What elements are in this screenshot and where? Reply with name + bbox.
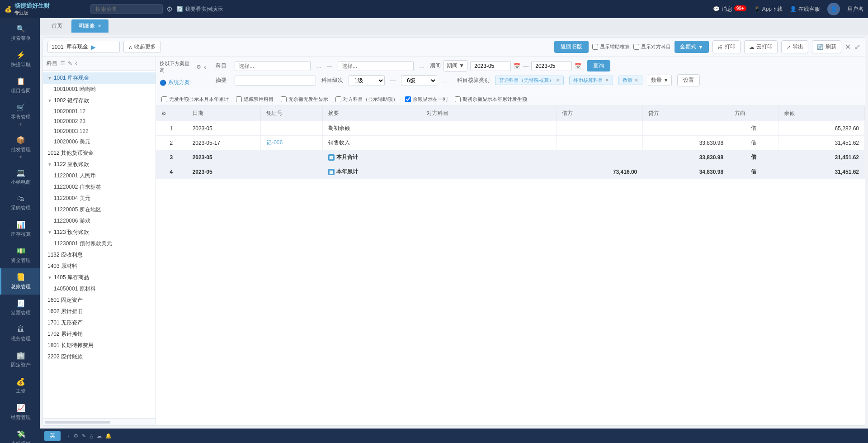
tree-item-1403[interactable]: 1403 原材料 <box>43 261 156 272</box>
cloud-print-btn[interactable]: ☁ 云打印 <box>744 40 778 53</box>
sidebar-item-wholesale[interactable]: 📦 批发管理 ▼ <box>0 131 40 164</box>
bell-icon[interactable]: 🔔 <box>105 433 112 439</box>
tree-item-1801[interactable]: 1801 长期待摊费用 <box>43 340 156 351</box>
tree-item-1132[interactable]: 1132 应收利息 <box>43 249 156 261</box>
tree-item-1405[interactable]: ▼ 1405 库存商品 <box>43 272 156 283</box>
sidebar-item-expense[interactable]: 💸 小畅报销 <box>0 425 40 443</box>
print-btn[interactable]: 🖨 打印 <box>712 40 741 53</box>
tree-item-11220006[interactable]: 11220006 游戏 <box>43 215 156 227</box>
query-btn[interactable]: 查询 <box>587 60 610 71</box>
tree-scrollbar[interactable] <box>43 418 156 425</box>
tree-item-1012[interactable]: 1012 其他货币资金 <box>43 148 156 159</box>
show-contra-checkbox[interactable] <box>633 44 639 50</box>
level-end-select[interactable]: 6级1级2级3级 <box>401 75 437 86</box>
tree-item-10010001[interactable]: 10010001 哟哟哟 <box>43 84 156 95</box>
tree-item-11220001[interactable]: 11220001 人民币 <box>43 170 156 181</box>
tag-remove-normal[interactable]: ✕ <box>556 77 560 83</box>
period-mode-dropdown[interactable]: 期间 ▼ <box>443 60 467 71</box>
tree-item-14050001[interactable]: 14050001 原材料 <box>43 283 156 295</box>
message-btn[interactable]: 💬 消息 99+ <box>713 5 746 13</box>
return-old-btn[interactable]: 返回旧版 <box>554 41 589 53</box>
level-start-select[interactable]: 1级2级3级4级5级6级 <box>349 75 385 86</box>
show-aux-check[interactable]: 显示辅助核算 <box>592 43 630 50</box>
user-avatar[interactable]: 👤 <box>827 3 840 15</box>
tree-item-1122[interactable]: ▼ 1122 应收账款 <box>43 159 156 170</box>
scheme-settings-icon[interactable]: ⚙ <box>196 64 201 70</box>
cloud-bottom-icon[interactable]: ☁ <box>97 433 102 439</box>
expand-page-btn[interactable]: ⤢ <box>854 43 860 51</box>
amount-mode-btn[interactable]: 金额式 ▼ <box>675 41 709 53</box>
fold-left-btn[interactable]: ‹ <box>75 59 77 67</box>
tree-item-1602[interactable]: 1602 累计折旧 <box>43 306 156 317</box>
check-balance-col-input[interactable] <box>405 96 411 102</box>
set-btn[interactable]: 设置 <box>677 74 700 86</box>
online-service-btn[interactable]: 👤 在线客服 <box>790 5 820 13</box>
subject-end-input[interactable] <box>338 61 414 71</box>
refresh-btn[interactable]: 🔄 刷新 <box>812 40 841 53</box>
check-hide-disabled-input[interactable] <box>236 96 242 102</box>
tree-item-11220005[interactable]: 11220005 所在地区 <box>43 204 156 215</box>
check-contra[interactable]: 对方科目（显示辅助项） <box>335 96 398 103</box>
edit-icon[interactable]: ✎ <box>68 60 72 67</box>
tree-item-11220002[interactable]: 11220002 往来标签 <box>43 181 156 193</box>
sidebar-item-ecom[interactable]: 💻 小畅电商 <box>0 164 40 190</box>
demo-link[interactable]: 🔄 我要看实例演示 <box>176 5 223 13</box>
sidebar-item-finance[interactable]: 💵 资金管理 <box>0 242 40 268</box>
tag-remove-qty[interactable]: ✕ <box>634 77 638 83</box>
period-calendar-start-icon[interactable]: 📅 <box>514 63 520 69</box>
sidebar-item-contract[interactable]: 📋 项目合同 <box>0 72 40 99</box>
sidebar-item-nav[interactable]: ⚡ 快捷导航 <box>0 46 40 72</box>
tree-item-1002[interactable]: ▼ 1002 银行存款 <box>43 95 156 106</box>
check-no-balance-input[interactable] <box>281 96 287 102</box>
triangle-icon[interactable]: △ <box>90 433 93 439</box>
tree-item-10020003[interactable]: 10020003 122 <box>43 126 156 136</box>
filter-icon[interactable]: ☰ <box>60 60 65 67</box>
check-hide-disabled[interactable]: 隐藏禁用科目 <box>236 96 274 103</box>
sidebar-item-biz[interactable]: 📈 经营管理 <box>0 399 40 425</box>
sidebar-item-tax[interactable]: 🏛 税务管理 <box>0 321 40 347</box>
subject-selector[interactable]: 1001 库存现金 ▶ <box>47 41 120 53</box>
sidebar-item-ledger[interactable]: 📒 总账管理 <box>0 268 40 295</box>
sidebar-item-inventory[interactable]: 📊 库存核算 <box>0 216 40 242</box>
subject-start-input[interactable] <box>235 61 311 71</box>
sidebar-item-search[interactable]: 🔍 搜索菜单 <box>0 20 40 46</box>
tree-item-1701[interactable]: 1701 无形资产 <box>43 317 156 329</box>
voucher-link[interactable]: 记-006 <box>266 139 283 146</box>
tree-item-10020001[interactable]: 10020001 12 <box>43 106 156 116</box>
more-btn[interactable]: ∧ 收起更多 <box>123 41 161 53</box>
settings-icon[interactable]: ⚙ <box>166 5 173 14</box>
sidebar-item-purchase[interactable]: 🛍 采购管理 <box>0 190 40 216</box>
tab-detail[interactable]: 明细账 ✕ <box>71 19 108 33</box>
sidebar-item-retail[interactable]: 🛒 零售管理 ▼ <box>0 99 40 131</box>
tree-item-1702[interactable]: 1702 累计摊销 <box>43 329 156 340</box>
check-no-amount-input[interactable] <box>161 96 167 102</box>
tree-item-10020006[interactable]: 10020006 美元 <box>43 136 156 148</box>
check-contra-input[interactable] <box>335 96 341 102</box>
sidebar-item-salary[interactable]: 💰 工资 <box>0 373 40 399</box>
show-contra-check[interactable]: 显示对方科目 <box>633 43 671 50</box>
bottom-lang-btn[interactable]: 英 <box>44 431 61 441</box>
edit-bottom-icon[interactable]: ✎ <box>82 433 86 439</box>
check-balance-col[interactable]: 余额显示在一列 <box>405 96 448 103</box>
level-more-dropdown[interactable]: 数量 ▼ <box>648 75 672 86</box>
period-calendar-end-icon[interactable]: 📅 <box>575 63 581 69</box>
tree-item-1123[interactable]: ▼ 1123 预付账款 <box>43 227 156 238</box>
summary-input[interactable] <box>235 76 316 86</box>
scheme-item-sys[interactable]: 🔵 系统方案 <box>160 77 206 88</box>
show-aux-checkbox[interactable] <box>592 44 598 50</box>
check-init-balance[interactable]: 期初余额显示本年累计发生额 <box>455 96 527 103</box>
close-page-btn[interactable]: ✕ <box>845 43 851 51</box>
check-no-amount[interactable]: 无发生额显示本月本年累计 <box>161 96 229 103</box>
check-init-balance-input[interactable] <box>455 96 461 102</box>
period-end-input[interactable] <box>531 61 572 71</box>
tree-item-2202[interactable]: 2202 应付账款 <box>43 351 156 362</box>
tree-item-11230001[interactable]: 11230001 预付账款美元 <box>43 238 156 249</box>
sidebar-item-assets[interactable]: 🏢 固定资产 <box>0 347 40 373</box>
tab-close-icon[interactable]: ✕ <box>98 24 101 29</box>
arrow-right-icon[interactable]: → <box>65 433 70 438</box>
tree-item-10020002[interactable]: 10020002 23 <box>43 116 156 126</box>
collapse-filter-icon[interactable]: ‹ <box>204 63 206 71</box>
tree-item-11220004[interactable]: 11220004 美元 <box>43 193 156 204</box>
search-input[interactable] <box>90 4 163 14</box>
export-btn[interactable]: ↗ 导出 <box>781 40 808 53</box>
